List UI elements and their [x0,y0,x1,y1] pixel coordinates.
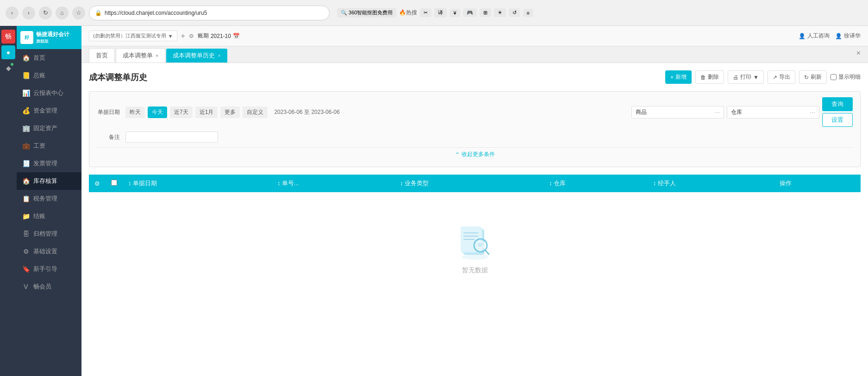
date-btn-custom[interactable]: 自定义 [243,107,268,118]
sidebar-item-closing[interactable]: 📁 结账 [17,207,81,225]
sidebar-item-ledger[interactable]: 📒 总账 [17,67,81,84]
col-biz-type[interactable]: ↕ 业务类型 [394,175,543,192]
app-logo-mini[interactable]: 畅 [1,30,15,44]
tab-home[interactable]: 首页 [89,48,115,63]
tab-cost-adjust-history-close[interactable]: × [218,53,220,58]
select-all-checkbox[interactable] [111,180,117,186]
cut-tool[interactable]: ✂ [420,8,431,17]
col-handler[interactable]: ↕ 经手人 [648,175,774,192]
calendar-icon[interactable]: 📅 [233,33,240,39]
filter-row-remark: 备注 [97,132,853,143]
undo-tool[interactable]: ↺ [509,8,520,17]
sidebar-item-member[interactable]: V 畅会员 [17,278,81,295]
display-cols-toggle[interactable]: 显示明细 [831,73,861,81]
date-btn-7days[interactable]: 近7天 [170,107,193,118]
payroll-icon: 💼 [22,142,30,150]
print-label: 打印 [740,73,751,81]
sidebar-item-archive[interactable]: 🗄 归档管理 [17,225,81,243]
icon-bar-active[interactable]: ● [1,45,15,59]
tab-cost-adjust[interactable]: 成本调整单 × [116,48,165,63]
delete-button[interactable]: 🗑 删除 [695,70,724,84]
sidebar-item-inventory[interactable]: 🏠 库存核算 [17,172,81,190]
back-button[interactable]: ‹ [6,6,19,19]
sidebar-item-settings[interactable]: ⚙ 基础设置 [17,243,81,260]
query-button[interactable]: 查询 [822,97,853,111]
top-bar-left: (勿删勿禁用）江西服宝测试专用 ▼ + ⚙ 账期 2021-10 📅 [89,31,240,41]
period-label: 账期 [198,32,209,40]
theme-tool[interactable]: ☀ [494,8,506,17]
tab-cost-adjust-history[interactable]: 成本调整单历史 × [166,49,227,63]
export-label: 导出 [779,73,790,81]
company-name: (勿删勿禁用）江西服宝测试专用 [93,32,166,39]
username-label: 徐译华 [844,32,861,40]
sidebar-item-guide[interactable]: 🔖 新手引导 [17,260,81,278]
date-btn-yesterday[interactable]: 昨天 [125,107,145,118]
add-company-btn[interactable]: + [181,32,185,40]
refresh-button-page[interactable]: ↻ 刷新 [799,70,827,84]
sidebar-logo: 好 畅捷通好会计 旗舰版 [17,26,81,49]
hot-search[interactable]: 🔥热搜 [399,9,417,17]
game-tool[interactable]: 🎮 [463,8,477,17]
settings-filter-button[interactable]: 设置 [822,113,853,127]
funds-icon: 💰 [22,107,30,114]
export-button[interactable]: ↗ 导出 [768,70,795,84]
company-settings-icon[interactable]: ⚙ [189,33,194,39]
page-title: 成本调整单历史 [89,72,147,83]
period-value[interactable]: 2021-10 [211,33,231,39]
browser-tools: 🔍 360智能抠图免费用 🔥热搜 ✂ 译 ¥ 🎮 ⊞ ☀ ↺ ≡ [337,8,533,18]
company-selector[interactable]: (勿删勿禁用）江西服宝测试专用 ▼ [89,31,177,41]
top-bar-right: 👤 人工咨询 👤 徐译华 [799,32,861,40]
display-cols-checkbox[interactable] [831,74,837,80]
user-name-btn[interactable]: 👤 徐译华 [835,32,861,40]
currency-tool[interactable]: ¥ [450,9,460,17]
date-btn-1month[interactable]: 近1月 [195,107,218,118]
user-service-btn[interactable]: 👤 人工咨询 [799,32,830,40]
date-btn-more[interactable]: 更多 [220,107,240,118]
icon-bar-notification[interactable]: ◆ [1,61,15,75]
sidebar-item-reports[interactable]: 📊 云报表中心 [17,84,81,102]
col-warehouse[interactable]: ↕ 仓库 [543,175,648,192]
period-selector: 账期 2021-10 📅 [198,32,240,40]
sidebar-item-assets[interactable]: 🏢 固定资产 [17,119,81,137]
home-button[interactable]: ⌂ [56,6,69,19]
translate-tool[interactable]: 译 [434,8,447,18]
forward-button[interactable]: › [22,6,35,19]
refresh-button[interactable]: ↻ [39,6,52,19]
address-bar[interactable]: 🔒 https://cloud.chanjet.com/accounting/u… [89,6,330,20]
remark-filter-input[interactable] [125,132,218,143]
tab-home-label: 首页 [96,51,108,60]
grid-tool[interactable]: ⊞ [480,8,491,17]
table-gear-header[interactable]: ⚙ [89,175,106,192]
sidebar-item-home[interactable]: 🏠 首页 [17,49,81,67]
logo-icon: 好 [20,31,33,44]
tab-bar: 首页 成本调整单 × 成本调整单历史 × × [81,46,868,63]
search-tool[interactable]: 🔍 360智能抠图免费用 [337,8,396,18]
sidebar: 好 畅捷通好会计 旗舰版 🏠 首页 📒 总账 📊 云报表中心 💰 资金管理 🏢 … [17,26,81,376]
warehouse-filter[interactable]: 仓库 ··· [727,106,819,119]
goods-filter[interactable]: 商品 ··· [631,106,724,119]
new-button[interactable]: + 新增 [665,70,692,84]
sidebar-item-invoices[interactable]: 🧾 发票管理 [17,155,81,172]
sidebar-label-reports: 云报表中心 [33,89,63,97]
main-content: (勿删勿禁用）江西服宝测试专用 ▼ + ⚙ 账期 2021-10 📅 👤 人工咨… [81,26,868,376]
warehouse-filter-dots: ··· [810,108,815,116]
warehouse-filter-label: 仓库 [731,108,742,116]
date-filter-label: 单据日期 [97,108,120,116]
col-number-label: ↕ 单号... [277,180,299,187]
window-close-button[interactable]: × [856,49,861,57]
table-checkbox-header[interactable] [106,175,123,192]
date-btn-today[interactable]: 今天 [148,107,167,118]
print-button[interactable]: 🖨 打印 ▼ [728,70,764,84]
page-header: 成本调整单历史 + 新增 🗑 删除 🖨 打印 ▼ [89,70,861,84]
col-number[interactable]: ↕ 单号... [272,175,394,192]
col-date[interactable]: ↕ 单据日期 [123,175,272,192]
bookmark-button[interactable]: ☆ [72,6,85,19]
sidebar-item-payroll[interactable]: 💼 工资 [17,137,81,155]
delete-label: 删除 [708,73,719,81]
sidebar-item-funds[interactable]: 💰 资金管理 [17,102,81,119]
collapse-filters-btn[interactable]: ⌃ 收起更多条件 [97,147,853,161]
menu-tool[interactable]: ≡ [523,9,533,17]
tab-cost-adjust-close[interactable]: × [156,53,158,58]
print-icon: 🖨 [733,74,738,81]
sidebar-item-tax[interactable]: 📋 税务管理 [17,190,81,207]
